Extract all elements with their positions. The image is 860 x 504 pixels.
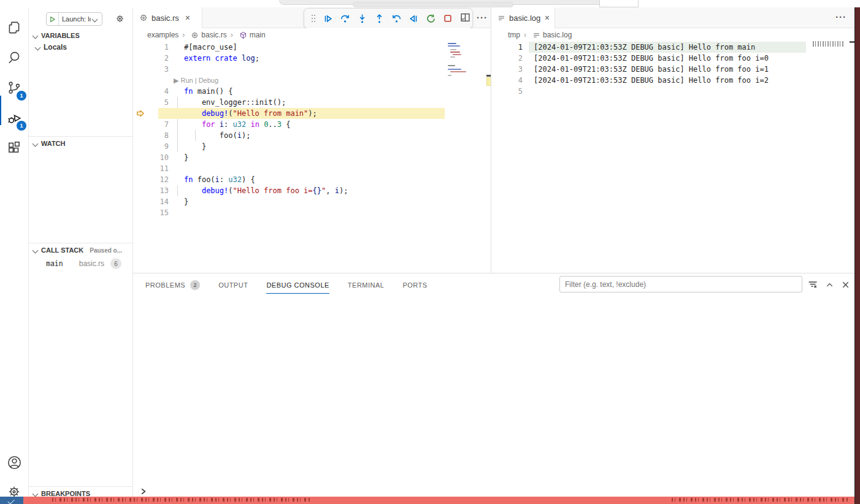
code-line[interactable]: 10} [133,152,491,163]
watch-section-header[interactable]: WATCH [29,137,132,150]
step-out-button[interactable] [372,12,386,25]
maximize-panel-icon[interactable] [824,279,835,290]
code-line[interactable]: 6 debug!("Hello from main"); [133,108,491,119]
line-number: 5 [491,86,523,97]
breakpoint-gutter[interactable] [133,119,147,130]
tab-ports[interactable]: PORTS [402,277,427,294]
code-line[interactable]: 3 [133,64,491,75]
sidebar-item-extensions[interactable] [0,134,28,162]
breakpoint-gutter[interactable] [133,53,147,64]
more-actions-icon[interactable] [477,12,488,23]
close-icon[interactable] [544,13,550,23]
code-line[interactable]: 5 [491,86,849,97]
code-line[interactable]: 5 env_logger::init(); [133,97,491,108]
code-line[interactable]: 2extern crate log; [133,53,491,64]
breakpoint-gutter[interactable] [133,174,147,185]
code-line[interactable]: 7 for i: u32 in 0..3 { [133,119,491,130]
line-number: 14 [147,196,169,207]
code-line[interactable]: 1[2024-01-09T21:03:53Z DEBUG basic] Hell… [491,42,849,53]
close-icon[interactable] [183,13,193,23]
sidebar-item-search[interactable] [0,44,28,72]
debug-settings-gear-icon[interactable] [115,13,125,24]
tab-debug-console[interactable]: DEBUG CONSOLE [266,277,329,294]
toolbar-drag-handle[interactable] [310,12,317,25]
split-editor-icon[interactable] [460,12,470,23]
status-bar[interactable] [0,497,860,504]
sidebar-item-run-and-debug[interactable]: 1 [0,104,28,132]
current-step-arrow-icon[interactable] [133,108,147,119]
breadcrumb-label: tmp [508,31,520,39]
breakpoint-gutter[interactable] [133,207,147,218]
step-into-button[interactable] [355,12,369,25]
section-divider [29,243,132,243]
code-line[interactable]: 8 foo(i); [133,130,491,141]
code-line[interactable]: 15 [133,207,491,218]
breadcrumb-symbol[interactable]: main [227,31,266,39]
code-line[interactable]: 3[2024-01-09T21:03:53Z DEBUG basic] Hell… [491,64,849,75]
editor2-breadcrumbs: tmp basic.log [491,28,849,42]
tab-basic-log[interactable]: basic.log [491,7,555,28]
debug-console-prompt-icon[interactable] [139,487,148,496]
code-line[interactable]: 14} [133,196,491,207]
code-line[interactable]: 2[2024-01-09T21:03:53Z DEBUG basic] Hell… [491,53,849,64]
breadcrumb-file[interactable]: basic.log [520,31,572,39]
locals-label: Locals [44,43,67,52]
statusbar-right-items-clipped [672,498,850,502]
breadcrumb-label: main [250,31,266,39]
restart-button[interactable] [424,12,437,25]
tab-label: basic.log [509,13,540,23]
code-line[interactable]: 1#[macro_use] [133,42,491,53]
step-over-button[interactable] [338,12,351,25]
locals-scope-row[interactable]: Locals [35,43,67,52]
code-line[interactable]: 12fn foo(i: u32) { [133,174,491,185]
section-divider [29,486,132,487]
code-line[interactable]: 11 [133,163,491,174]
start-debugging-icon[interactable] [47,13,59,25]
breakpoint-gutter[interactable] [133,196,147,207]
line-number: 12 [147,174,169,185]
code-line[interactable]: 4[2024-01-09T21:03:53Z DEBUG basic] Hell… [491,75,849,86]
continue-button[interactable] [321,12,334,25]
step-back-button[interactable] [390,12,403,25]
code-line[interactable]: 13 debug!("Hello from foo i={}", i); [133,185,491,196]
sidebar-item-explorer[interactable] [0,13,28,42]
tab-problems[interactable]: PROBLEMS 2 [145,277,200,294]
codelens-row[interactable]: ▶ Run | Debug [133,75,491,86]
remote-indicator[interactable] [0,497,23,504]
minimap[interactable] [448,42,476,82]
line-number: 2 [491,53,523,64]
line-content: } [184,141,206,152]
reverse-continue-button[interactable] [407,12,420,25]
call-stack-frame-row[interactable]: main basic.rs 6 [46,257,128,270]
close-panel-icon[interactable] [840,279,851,290]
breadcrumb-folder[interactable]: examples [147,31,179,39]
sidebar-item-source-control[interactable]: 1 [0,74,28,102]
tab-terminal[interactable]: TERMINAL [348,277,385,294]
code-line[interactable]: 9 } [133,141,491,152]
code-editor-basic-log[interactable]: 1[2024-01-09T21:03:53Z DEBUG basic] Hell… [491,42,849,273]
more-actions-icon[interactable] [835,12,847,22]
breadcrumb-file[interactable]: basic.rs [179,31,226,39]
breakpoint-gutter[interactable] [133,42,147,53]
tab-output[interactable]: OUTPUT [218,277,248,294]
code-line[interactable]: 4fn main() { [133,86,491,97]
launch-configuration-control[interactable]: Launch: log [46,12,102,26]
clear-console-icon[interactable] [807,279,818,290]
code-editor-basic-rs[interactable]: 1#[macro_use]2extern crate log;3▶ Run | … [133,42,491,273]
tab-basic-rs[interactable]: basic.rs [133,7,202,28]
debug-console-filter-input[interactable] [559,276,802,292]
breadcrumb-folder[interactable]: tmp [508,31,520,39]
account-button[interactable] [0,448,28,476]
call-stack-section-header[interactable]: CALL STACK Paused o... [29,244,132,256]
breakpoint-gutter[interactable] [133,64,147,75]
breakpoint-gutter[interactable] [133,152,147,163]
breakpoint-gutter[interactable] [133,97,147,108]
breakpoint-gutter[interactable] [133,86,147,97]
minimap[interactable] [813,41,845,47]
breakpoint-gutter[interactable] [133,163,147,174]
stop-button[interactable] [441,12,455,25]
breakpoint-gutter[interactable] [133,130,147,141]
variables-section-header[interactable]: VARIABLES [29,29,132,42]
breakpoint-gutter[interactable] [133,185,147,196]
breakpoint-gutter[interactable] [133,141,147,152]
